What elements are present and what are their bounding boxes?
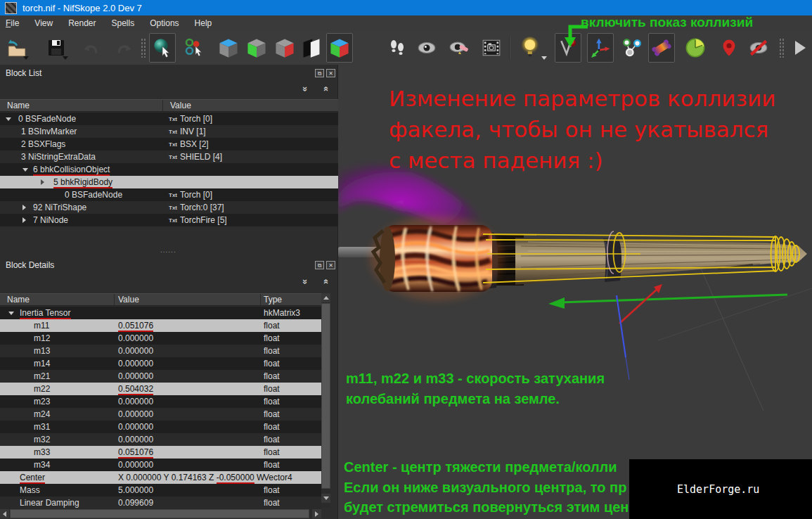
menu-view[interactable]: View <box>27 16 60 30</box>
detail-row-m34[interactable]: m34 0.000000 float <box>0 459 321 471</box>
tree-row-bhkcollisionobject[interactable]: 6 bhkCollisionObject <box>0 163 338 176</box>
details-header-name[interactable]: Name <box>0 294 115 305</box>
tree-row-bsfadenode-link[interactable]: 0 BSFadeNode TxtTorch [0] <box>0 188 338 201</box>
details-header-type[interactable]: Type <box>261 294 321 305</box>
details-header-value[interactable]: Value <box>115 294 261 305</box>
view-perspective-button[interactable] <box>326 33 353 63</box>
tree-row-bhkrigidbody-selected[interactable]: 5 bhkRigidBody <box>0 176 338 188</box>
tree-row-nistringextradata[interactable]: 3 NiStringExtraData TxtSHIELD [4] <box>0 150 338 163</box>
tree-row-bsinvmarker[interactable]: 1 BSInvMarker TxtINV [1] <box>0 125 338 138</box>
view-front-button[interactable] <box>243 33 270 63</box>
tree-row-bsxflags[interactable]: 2 BSXFlags TxtBSX [2] <box>0 138 338 150</box>
block-list-expand-up[interactable]: » <box>320 84 331 94</box>
detail-row-mass[interactable]: Mass 5.000000 float <box>0 484 321 496</box>
open-dropdown[interactable] <box>23 56 29 60</box>
camera-icon <box>481 37 502 58</box>
block-details-close-button[interactable]: ✕ <box>326 261 335 269</box>
animation-time-button[interactable] <box>682 33 709 63</box>
save-button[interactable] <box>43 33 70 63</box>
view-top-button[interactable] <box>215 33 242 63</box>
dock-panels: Block List ⧉ ✕ » » Name Value 0 BSFadeNo… <box>0 65 338 519</box>
save-dropdown[interactable] <box>63 56 68 60</box>
toolbar-grip-2[interactable] <box>779 38 784 58</box>
menu-help[interactable]: Help <box>187 16 220 30</box>
show-nodes-button[interactable] <box>619 33 645 63</box>
detail-row-linear-damping[interactable]: Linear Damping 0.099609 float <box>0 496 321 509</box>
menu-render[interactable]: Render <box>60 16 103 30</box>
toolbar-grip[interactable] <box>141 38 146 58</box>
block-list-header-value[interactable]: Value <box>163 100 338 111</box>
undo-button[interactable] <box>77 33 104 63</box>
tree-row-ninode[interactable]: 7 NiNode TxtTorchFire [5] <box>0 214 338 226</box>
block-list-header-name[interactable]: Name <box>0 100 163 111</box>
expand-arrow-icon[interactable] <box>22 205 26 210</box>
detail-row-inertia-tensor[interactable]: Inertia Tensor hkMatrix3 <box>0 307 321 319</box>
app-icon <box>5 2 17 14</box>
block-value: Torch:0 [37] <box>180 203 224 212</box>
menu-options[interactable]: Options <box>142 16 186 30</box>
block-details-collapse-down[interactable]: » <box>300 276 311 287</box>
block-details-float-button[interactable]: ⧉ <box>315 261 324 269</box>
details-scroll-left-button[interactable] <box>0 509 9 518</box>
walk-mode-button[interactable] <box>384 33 411 63</box>
expand-arrow-icon[interactable] <box>22 168 28 172</box>
expand-arrow-icon[interactable] <box>41 179 44 185</box>
show-hidden-button[interactable] <box>413 33 440 63</box>
detail-row-m31[interactable]: m31 0.000000 float <box>0 421 321 433</box>
block-name: 6 bhkCollisionObject <box>33 165 110 176</box>
lighting-button[interactable] <box>517 33 544 63</box>
block-list-close-button[interactable]: ✕ <box>326 69 335 77</box>
show-axes-button[interactable] <box>587 33 614 63</box>
block-list-collapse-down[interactable]: » <box>300 84 311 94</box>
view-side-button[interactable] <box>271 33 298 63</box>
open-button[interactable] <box>4 33 30 63</box>
show-collision-button[interactable] <box>555 33 581 63</box>
detail-row-m22[interactable]: m22 0.504032 float <box>0 383 321 395</box>
paint-selection-button[interactable] <box>181 33 208 63</box>
details-scroll-up-button[interactable] <box>321 293 330 302</box>
expand-arrow-icon[interactable] <box>8 312 14 315</box>
constraint-bone-icon <box>650 37 673 59</box>
details-scroll-down-button[interactable] <box>321 494 330 503</box>
panel-splitter-handle[interactable]: ...... <box>160 246 176 254</box>
txt-badge-icon: Txt <box>169 205 177 211</box>
detail-row-m33[interactable]: m33 0.051076 float <box>0 446 321 459</box>
detail-row-m32[interactable]: m32 0.000000 float <box>0 433 321 446</box>
play-animation-button[interactable] <box>786 33 812 63</box>
title-bar[interactable]: torch.nif - NifSkope 2.0 Dev 7 <box>0 0 812 15</box>
detail-row-m13[interactable]: m13 0.000000 float <box>0 345 321 357</box>
expand-arrow-icon[interactable] <box>22 217 26 223</box>
detail-row-m11[interactable]: m11 0.051076 float <box>0 319 321 332</box>
details-vscroll-thumb[interactable] <box>321 303 330 489</box>
tree-row-bsfadenode[interactable]: 0 BSFadeNode TxtTorch [0] <box>0 113 338 125</box>
hide-nonvisible-button[interactable] <box>745 33 772 63</box>
screenshot-button[interactable] <box>478 33 505 63</box>
field-type: float <box>264 422 280 432</box>
menu-file[interactable]: File <box>0 16 27 30</box>
redo-button[interactable] <box>111 33 138 63</box>
block-list-float-button[interactable]: ⧉ <box>315 69 324 77</box>
clock-pie-icon <box>684 37 707 59</box>
menu-spells[interactable]: Spells <box>104 16 143 30</box>
detail-row-m14[interactable]: m14 0.000000 float <box>0 357 321 370</box>
block-details-expand-up[interactable]: » <box>320 276 331 287</box>
detail-row-m24[interactable]: m24 0.000000 float <box>0 408 321 421</box>
show-markers-button[interactable] <box>716 33 742 63</box>
details-hscroll-thumb[interactable] <box>10 509 309 518</box>
view-flip-button[interactable] <box>298 33 325 63</box>
lighting-dropdown[interactable] <box>541 56 547 60</box>
vertex-selection-button[interactable] <box>149 33 176 63</box>
render-viewport[interactable] <box>338 65 812 519</box>
details-scroll-right-button[interactable] <box>312 509 321 518</box>
show-constraints-button[interactable] <box>648 33 675 63</box>
field-value: 0.000000 <box>118 371 153 381</box>
detail-row-m12[interactable]: m12 0.000000 float <box>0 332 321 345</box>
detail-row-center[interactable]: Center X 0.000000 Y 0.174163 Z -0.050000… <box>0 471 321 484</box>
edit-mode-button[interactable] <box>446 33 472 63</box>
detail-row-m23[interactable]: m23 0.000000 float <box>0 395 321 408</box>
expand-arrow-icon[interactable] <box>6 117 11 121</box>
tree-row-nitrishape[interactable]: 92 NiTriShape TxtTorch:0 [37] <box>0 201 338 214</box>
block-value: BSX [2] <box>180 139 209 149</box>
block-name: 3 NiStringExtraData <box>21 152 96 162</box>
detail-row-m21[interactable]: m21 0.000000 float <box>0 370 321 383</box>
